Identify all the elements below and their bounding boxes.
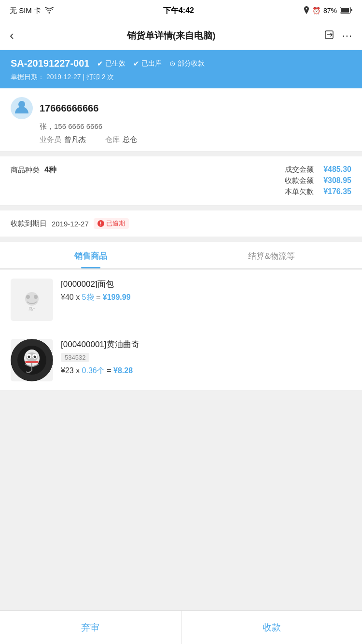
sales-label: 业务员 [40,135,61,144]
svg-point-3 [18,101,25,108]
product-total-2: ¥8.28 [113,366,133,375]
product-thumb-2 [11,339,53,381]
print-info: | 打印 2 次 [83,73,114,81]
nav-bar: ‹ 销货单详情(来自电脑) ··· [0,21,362,50]
more-icon[interactable]: ··· [342,29,352,42]
customer-meta: 业务员 曾凡杰 仓库 总仓 [40,135,351,144]
product-name-2: [000400001]黄油曲奇 [61,339,351,350]
clock-icon: ⊙ [169,59,176,68]
product-price-1: ¥40 x 5袋 = ¥199.99 [61,293,351,303]
battery-icon [340,7,352,15]
status-time: 下午4:42 [163,6,194,16]
summary-right: 成交金额 ¥485.30 收款金额 ¥308.95 本单欠款 ¥176.35 [285,165,351,196]
date-value: 2019-12-27 [46,73,81,81]
order-id: SA-20191227-001 [11,58,89,69]
due-label: 收款到期日 [11,219,47,228]
badge-outstock: ✔ 已出库 [133,59,162,68]
transaction-label: 成交金额 [285,165,314,174]
product-total-1: ¥199.99 [103,293,131,301]
sales-value: 曾凡杰 [64,135,86,144]
summary-grid: 商品种类 4种 成交金额 ¥485.30 收款金额 ¥308.95 本单欠款 ¥… [11,165,351,196]
svg-rect-16 [25,361,39,363]
banner-row1: SA-20191227-001 ✔ 已生效 ✔ 已出库 ⊙ 部分收款 [11,58,351,69]
due-section: 收款到期日 2019-12-27 ! 已逾期 [0,210,362,237]
location-icon [304,6,309,15]
status-right: ⏰ 87% [304,6,352,15]
warehouse-meta: 仓库 总仓 [105,135,137,144]
product-name-1: [0000002]面包 [61,279,351,290]
overdue-text: 已逾期 [106,219,125,228]
avatar [11,97,33,119]
status-left: 无 SIM 卡 [10,6,54,15]
confirm-button[interactable]: 收款 [181,611,362,644]
transaction-row: 成交金额 ¥485.30 [285,165,351,174]
products-section: 鸟+ [0000002]面包 ¥40 x 5袋 = ¥199.99 [0,270,362,391]
check-icon-2: ✔ [133,59,139,68]
header-banner: SA-20191227-001 ✔ 已生效 ✔ 已出库 ⊙ 部分收款 单据日期：… [0,50,362,88]
received-value: ¥308.95 [323,176,351,185]
overdue-badge: ! 已逾期 [94,218,129,229]
category-value: 4种 [44,165,56,175]
svg-point-5 [26,295,30,299]
customer-section: 17666666666 张，156 6666 6666 业务员 曾凡杰 仓库 总… [0,88,362,152]
due-value: 2019-12-27 [52,220,89,228]
debt-row: 本单欠款 ¥176.35 [285,187,351,196]
check-icon-1: ✔ [97,59,103,68]
nav-actions: ··· [324,29,352,42]
tab-settlement[interactable]: 结算&物流等 [181,242,362,268]
tab-sales-products[interactable]: 销售商品 [0,242,181,268]
sales-meta: 业务员 曾凡杰 [40,135,86,144]
product-info-1: [0000002]面包 ¥40 x 5袋 = ¥199.99 [61,279,351,303]
transaction-value: ¥485.30 [323,165,351,174]
badge-effective: ✔ 已生效 [97,59,125,68]
received-row: 收款金额 ¥308.95 [285,176,351,185]
product-tag-2: 534532 [61,353,89,362]
page-title: 销货单详情(来自电脑) [19,29,324,42]
summary-left: 商品种类 4种 [11,165,56,175]
product-qty-2: 0.36个 [82,366,107,375]
tabs-section: 销售商品 结算&物流等 [0,242,362,269]
product-item: 鸟+ [0000002]面包 ¥40 x 5袋 = ¥199.99 [0,270,362,330]
person-icon [14,99,29,118]
product-qty-1: 5袋 [82,293,96,301]
customer-sub: 张，156 6666 6666 [40,122,351,131]
product-info-2: [000400001]黄油曲奇 534532 ¥23 x 0.36个 = ¥8.… [61,339,351,376]
product-price-2: ¥23 x 0.36个 = ¥8.28 [61,366,351,376]
banner-date-row: 单据日期： 2019-12-27 | 打印 2 次 [11,73,351,82]
svg-point-15 [34,356,36,358]
debt-label: 本单欠款 [285,187,314,196]
svg-text:鸟+: 鸟+ [28,307,35,311]
product-image-2 [11,339,53,381]
svg-point-14 [28,356,30,358]
summary-section: 商品种类 4种 成交金额 ¥485.30 收款金额 ¥308.95 本单欠款 ¥… [0,156,362,206]
overdue-dot-icon: ! [97,220,104,227]
customer-phone: 17666666666 [40,103,98,114]
battery-text: 87% [323,7,337,14]
debt-value: ¥176.35 [323,187,351,196]
warehouse-value: 总仓 [123,135,137,144]
received-label: 收款金额 [285,176,314,185]
status-bar: 无 SIM 卡 下午4:42 ⏰ 87% [0,0,362,21]
date-label: 单据日期： [11,73,44,81]
cancel-button[interactable]: 弃审 [0,611,181,644]
customer-row: 17666666666 [11,97,351,119]
back-button[interactable]: ‹ [10,28,19,43]
svg-point-6 [34,295,38,299]
product-price-unit-2: ¥23 [61,366,74,375]
product-thumb-1: 鸟+ [11,279,53,321]
product-item-2: [000400001]黄油曲奇 534532 ¥23 x 0.36个 = ¥8.… [0,330,362,391]
no-sim-text: 无 SIM 卡 [10,6,41,15]
bottom-bar: 弃审 收款 [0,610,362,644]
category-label: 商品种类 [11,166,40,175]
product-price-unit-1: ¥40 [61,293,74,301]
svg-rect-1 [341,8,349,13]
wifi-icon [45,7,54,15]
badge-partial: ⊙ 部分收款 [169,59,205,68]
share-icon[interactable] [324,29,334,42]
warehouse-label: 仓库 [105,135,120,144]
alarm-icon: ⏰ [312,7,320,14]
